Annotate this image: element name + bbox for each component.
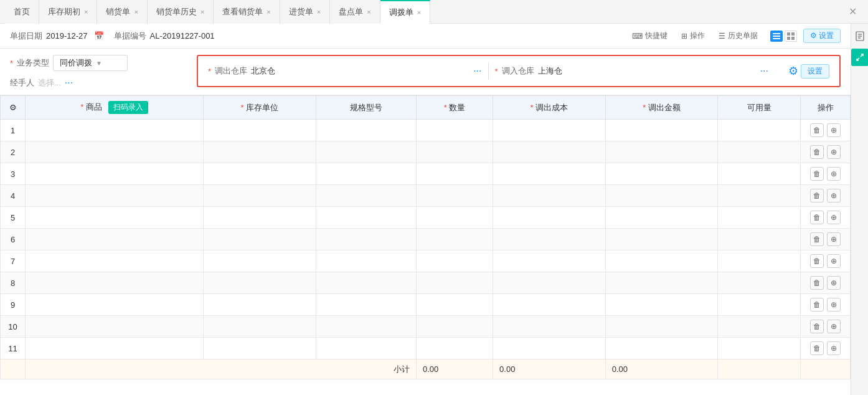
th-unit: * 库存单位 xyxy=(203,96,316,120)
tab-purchase-order[interactable]: 进货单 × xyxy=(280,0,330,24)
delete-row-button[interactable]: 🗑 xyxy=(810,189,824,202)
history-doc-button[interactable]: ☰ 历史单据 xyxy=(715,29,762,42)
handler-group: 经手人 选择... ··· xyxy=(10,77,184,88)
copy-row-button[interactable]: ⊕ xyxy=(827,276,841,290)
scan-entry-button[interactable]: 扫码录入 xyxy=(108,101,148,114)
copy-row-button[interactable]: ⊕ xyxy=(827,232,841,246)
transfer-out-more-icon[interactable]: ··· xyxy=(473,66,481,76)
close-icon[interactable]: × xyxy=(267,8,270,16)
tab-inventory-check[interactable]: 盘点单 × xyxy=(330,0,380,24)
close-icon[interactable]: × xyxy=(367,8,370,16)
table-container: ⚙ * 商品 扫码录入 * 库存单位 规格型号 xyxy=(0,95,851,395)
data-table: ⚙ * 商品 扫码录入 * 库存单位 规格型号 xyxy=(0,95,851,379)
svg-rect-0 xyxy=(773,33,780,34)
date-field: 单据日期 2019-12-27 📅 xyxy=(10,31,104,42)
table-header-row: ⚙ * 商品 扫码录入 * 库存单位 规格型号 xyxy=(1,96,851,120)
tab-view-sales[interactable]: 查看销货单 × xyxy=(214,0,280,24)
warehouse-box: * 调出仓库 北京仓 ··· * 调入仓库 上海仓 ··· xyxy=(197,55,841,87)
delete-row-button[interactable]: 🗑 xyxy=(810,341,824,355)
svg-rect-3 xyxy=(787,32,790,36)
delete-row-button[interactable]: 🗑 xyxy=(810,211,824,224)
calendar-icon[interactable]: 📅 xyxy=(94,31,104,40)
view-list-icon[interactable] xyxy=(770,31,783,42)
copy-row-button[interactable]: ⊕ xyxy=(827,254,841,268)
toolbar: 单据日期 2019-12-27 📅 单据编号 AL-20191227-001 ⌨… xyxy=(0,24,851,49)
grid-icon: ⊞ xyxy=(681,32,687,40)
svg-rect-1 xyxy=(773,36,780,37)
sidebar-note-icon[interactable] xyxy=(852,29,867,44)
copy-row-button[interactable]: ⊕ xyxy=(827,167,841,181)
svg-rect-4 xyxy=(791,32,795,36)
doc-number-field: 单据编号 AL-20191227-001 xyxy=(114,31,215,42)
delete-row-button[interactable]: 🗑 xyxy=(810,145,824,159)
table-row: 4 🗑 ⊕ xyxy=(1,185,851,207)
keyboard-icon: ⌨ xyxy=(632,32,643,40)
copy-row-button[interactable]: ⊕ xyxy=(827,211,841,224)
close-icon[interactable]: × xyxy=(200,8,204,16)
copy-row-button[interactable]: ⊕ xyxy=(827,145,841,159)
handler-more-icon[interactable]: ··· xyxy=(65,78,73,88)
form-area: * 业务类型 同价调拨 ▼ 经手人 选择... ··· xyxy=(0,49,851,95)
delete-row-button[interactable]: 🗑 xyxy=(810,232,824,246)
copy-row-button[interactable]: ⊕ xyxy=(827,123,841,137)
th-available: 可用量 xyxy=(718,96,801,120)
table-row: 1 🗑 ⊕ xyxy=(1,120,851,141)
operations-button[interactable]: ⊞ 操作 xyxy=(677,29,709,42)
table-row: 10 🗑 ⊕ xyxy=(1,316,851,338)
table-row: 3 🗑 ⊕ xyxy=(1,163,851,185)
th-operations: 操作 xyxy=(801,96,851,120)
settings2-button[interactable]: 设置 xyxy=(801,64,829,79)
delete-row-button[interactable]: 🗑 xyxy=(810,320,824,333)
delete-row-button[interactable]: 🗑 xyxy=(810,167,824,181)
transfer-out-group: * 调出仓库 北京仓 ··· xyxy=(208,65,482,77)
table-row: 8 🗑 ⊕ xyxy=(1,272,851,294)
delete-row-button[interactable]: 🗑 xyxy=(810,254,824,268)
svg-rect-2 xyxy=(773,38,780,39)
close-icon[interactable]: × xyxy=(84,8,88,16)
transfer-in-more-icon[interactable]: ··· xyxy=(760,66,768,76)
tab-inventory-init[interactable]: 库存期初 × xyxy=(39,0,97,24)
table-row: 5 🗑 ⊕ xyxy=(1,207,851,229)
svg-rect-6 xyxy=(791,37,795,40)
subtotal-row: 小计 0.00 0.00 0.00 xyxy=(1,359,851,379)
th-transfer-amount: * 调出金额 xyxy=(605,96,718,120)
tab-sales-history[interactable]: 销货单历史 × xyxy=(148,0,214,24)
close-all-tabs-button[interactable]: ✕ xyxy=(842,6,863,17)
settings-button[interactable]: ⚙ 设置 xyxy=(803,29,841,43)
th-qty: * 数量 xyxy=(416,96,493,120)
close-icon[interactable]: × xyxy=(134,8,138,16)
chevron-down-icon: ▼ xyxy=(96,60,102,67)
handler-select[interactable]: 选择... xyxy=(38,77,61,88)
view-grid-icon[interactable] xyxy=(785,31,797,42)
table-row: 9 🗑 ⊕ xyxy=(1,294,851,316)
copy-row-button[interactable]: ⊕ xyxy=(827,341,841,355)
copy-row-button[interactable]: ⊕ xyxy=(827,298,841,312)
th-gear[interactable]: ⚙ xyxy=(1,96,26,120)
divider xyxy=(488,62,489,80)
copy-row-button[interactable]: ⊕ xyxy=(827,320,841,333)
delete-row-button[interactable]: 🗑 xyxy=(810,276,824,290)
close-icon[interactable]: × xyxy=(417,9,421,16)
th-product: * 商品 扫码录入 xyxy=(26,96,204,120)
copy-row-button[interactable]: ⊕ xyxy=(827,189,841,202)
tab-home[interactable]: 首页 xyxy=(5,0,39,24)
right-sidebar xyxy=(851,24,868,395)
business-type-group: * 业务类型 同价调拨 ▼ xyxy=(10,55,184,71)
table-row: 2 🗑 ⊕ xyxy=(1,141,851,163)
table-row: 6 🗑 ⊕ xyxy=(1,229,851,250)
tab-bar: 首页 库存期初 × 销货单 × 销货单历史 × 查看销货单 × 进货单 × 盘点… xyxy=(0,0,868,24)
table-row: 11 🗑 ⊕ xyxy=(1,338,851,359)
svg-rect-5 xyxy=(787,37,790,40)
tab-sales-order[interactable]: 销货单 × xyxy=(97,0,147,24)
delete-row-button[interactable]: 🗑 xyxy=(810,123,824,137)
transfer-in-group: * 调入仓库 上海仓 ··· xyxy=(495,65,769,77)
close-icon[interactable]: × xyxy=(317,8,321,16)
sidebar-expand-icon[interactable] xyxy=(851,49,869,66)
delete-row-button[interactable]: 🗑 xyxy=(810,298,824,312)
business-type-select[interactable]: 同价调拨 ▼ xyxy=(53,55,128,71)
table-row: 7 🗑 ⊕ xyxy=(1,250,851,272)
quick-key-button[interactable]: ⌨ 快捷键 xyxy=(628,29,671,42)
tab-transfer-order[interactable]: 调拨单 × xyxy=(380,0,430,24)
settings2-icon[interactable]: ⚙ xyxy=(788,64,798,78)
settings-icon: ⚙ xyxy=(810,31,819,40)
